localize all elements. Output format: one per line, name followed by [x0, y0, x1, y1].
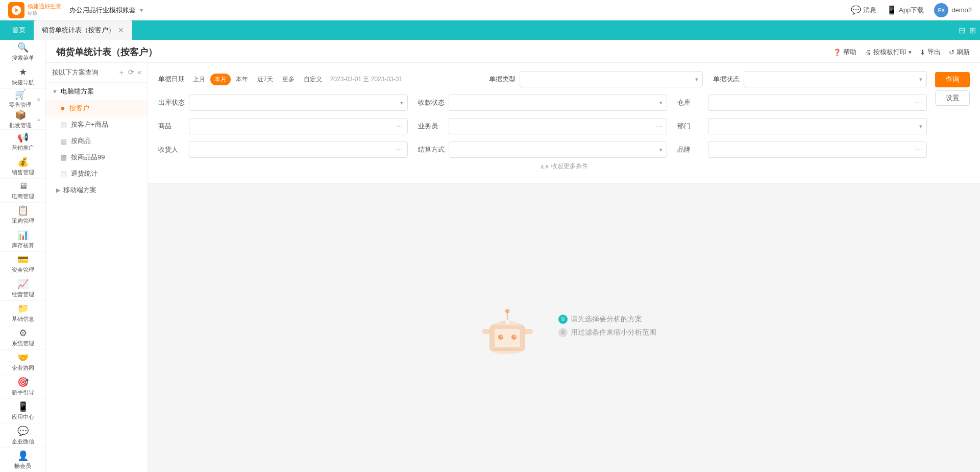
- sidebar-item-retail[interactable]: 🛒 零售管理 ▲: [0, 89, 45, 109]
- date-btn-last-month[interactable]: 上月: [189, 74, 209, 85]
- tab-expand-icon[interactable]: ⊞: [969, 26, 976, 35]
- sidebar-item-enterprise[interactable]: 🤝 企业协同: [0, 350, 45, 374]
- tree-item-customer-product[interactable]: ▤ 按客户+商品: [46, 116, 148, 133]
- product-select[interactable]: ···: [189, 118, 408, 134]
- sidebar-label-marketing: 营销推广: [12, 144, 34, 152]
- sidebar-label-retail: 零售管理: [9, 101, 32, 109]
- tree-group-desktop-header[interactable]: ▼ 电脑端方案: [46, 83, 148, 100]
- date-btn-custom[interactable]: 自定义: [300, 74, 326, 85]
- by-product-icon: ▤: [60, 137, 67, 145]
- app-logo: 畅捷通好生意 标版: [8, 2, 61, 18]
- logo-icon: [8, 2, 24, 18]
- sidebar-item-inventory[interactable]: 📊 库存核算: [0, 227, 45, 252]
- print-template-btn[interactable]: 🖨 按模板打印 ▾: [865, 48, 912, 57]
- collapse-filter-btn[interactable]: ∧∧ 收起更多条件: [158, 158, 970, 175]
- brand-select[interactable]: ···: [708, 141, 927, 158]
- out-status-select[interactable]: ▾: [189, 95, 408, 111]
- wholesale-arrow-icon: ▲: [36, 116, 41, 122]
- sidebar-label-system: 系统管理: [12, 340, 34, 347]
- sidebar-label-newbie: 新手引导: [12, 389, 34, 396]
- finance-icon: 💳: [17, 254, 29, 265]
- sidebar-item-appcenter[interactable]: 📱 应用中心: [0, 399, 45, 423]
- doc-status-select[interactable]: ▾: [744, 71, 927, 87]
- department-select[interactable]: ▾: [708, 118, 927, 134]
- ecommerce-icon: 🖥: [18, 181, 28, 192]
- sidebar-item-finance[interactable]: 💳 资金管理: [0, 252, 45, 276]
- tree-item-by-product99[interactable]: ▤ 按商品品99: [46, 149, 148, 166]
- date-btn-more[interactable]: 更多: [278, 74, 299, 85]
- tree-item-label-customer-product: 按客户+商品: [71, 120, 108, 129]
- payment-select[interactable]: ▾: [449, 141, 668, 158]
- tab-close-icon[interactable]: ✕: [118, 26, 124, 34]
- sidebar-item-sales[interactable]: 💰 销售管理: [0, 154, 45, 179]
- operation-icon: 📈: [17, 278, 29, 290]
- consignee-filter: 收货人 ···: [158, 141, 408, 158]
- tree-item-label-by-product99: 按商品品99: [71, 153, 105, 162]
- svg-point-6: [514, 335, 516, 337]
- message-btn[interactable]: 💬 消息: [851, 5, 876, 15]
- sidebar-item-wholesale[interactable]: 📦 批发管理 ▲: [0, 109, 45, 130]
- doc-type-select[interactable]: ▾: [520, 71, 703, 87]
- tree-group-mobile-header[interactable]: ▶ 移动端方案: [46, 182, 148, 198]
- export-btn[interactable]: ⬇ 导出: [920, 48, 941, 57]
- date-filter: 单据日期 上月 本月 本年 近7天 更多: [158, 74, 479, 85]
- sidebar-item-basic[interactable]: 📁 基础信息: [0, 301, 45, 325]
- settings-button[interactable]: 设置: [935, 90, 970, 106]
- tree-item-by-customer[interactable]: ● 按客户: [46, 100, 148, 116]
- warehouse-select[interactable]: ···: [708, 95, 927, 111]
- export-icon: ⬇: [920, 49, 925, 56]
- doc-type-filter: 单据类型 ▾: [489, 71, 703, 87]
- doc-status-filter: 单据状态 ▾: [713, 71, 927, 87]
- receipt-status-select[interactable]: ▾: [449, 95, 668, 111]
- sidebar-label-enterprise: 企业协同: [12, 364, 34, 372]
- svg-point-4: [511, 335, 517, 340]
- sidebar-item-purchase[interactable]: 📋 采购管理: [0, 203, 45, 227]
- tree-item-label-return-stat: 退货统计: [71, 169, 97, 178]
- industry-dropdown[interactable]: ▾: [140, 7, 143, 14]
- sidebar-item-quick-nav[interactable]: ★ 快捷导航: [0, 64, 45, 89]
- sidebar-label-inventory: 库存核算: [12, 242, 34, 249]
- search-icon: 🔍: [17, 42, 29, 53]
- refresh-scheme-icon[interactable]: ⟳: [128, 68, 134, 77]
- date-btn-this-year[interactable]: 本年: [232, 74, 252, 85]
- download-icon: 📱: [887, 5, 897, 15]
- tree-item-return-stat[interactable]: ▤ 退货统计: [46, 166, 148, 182]
- doc-status-arrow-icon: ▾: [919, 76, 922, 83]
- date-btn-this-month[interactable]: 本月: [210, 74, 231, 85]
- sidebar-item-newbie[interactable]: 🎯 新手引导: [0, 374, 45, 399]
- tree-group-mobile: ▶ 移动端方案: [46, 182, 148, 198]
- salesperson-select[interactable]: ···: [449, 118, 668, 134]
- sidebar-item-marketing[interactable]: 📢 营销推广: [0, 130, 45, 154]
- consignee-select[interactable]: ···: [189, 141, 408, 158]
- add-scheme-icon[interactable]: ＋: [118, 68, 125, 77]
- user-menu[interactable]: Ea demo2: [934, 3, 972, 17]
- app-download-btn[interactable]: 📱 App下载: [887, 5, 924, 15]
- marketing-icon: 📢: [17, 132, 29, 143]
- date-btn-7days[interactable]: 近7天: [253, 74, 277, 85]
- collapse-up-icon: ∧∧: [540, 163, 549, 170]
- sidebar-item-system[interactable]: ⚙ 系统管理: [0, 325, 45, 350]
- tab-minimize-icon[interactable]: ⊟: [959, 26, 965, 35]
- collapse-panel-icon[interactable]: «: [137, 68, 141, 77]
- sidebar-item-search[interactable]: 🔍 搜索菜单: [0, 40, 45, 64]
- sidebar-item-member[interactable]: 👤 畅会员: [0, 448, 45, 472]
- refresh-btn[interactable]: ↺ 刷新: [949, 48, 970, 57]
- filter-row-4: 收货人 ··· 结算方式: [158, 141, 927, 158]
- logo-subtitle: 标版: [28, 10, 61, 17]
- tree-item-by-product[interactable]: ▤ 按商品: [46, 133, 148, 149]
- date-label: 单据日期: [158, 75, 185, 84]
- filter-row-3: 商品 ··· 业务员: [158, 118, 927, 134]
- tab-home[interactable]: 首页: [4, 20, 34, 40]
- query-button[interactable]: 查询: [935, 72, 970, 87]
- print-arrow-icon: ▾: [909, 49, 912, 56]
- help-btn[interactable]: ❓ 帮助: [833, 48, 856, 57]
- page-header: 销货单统计表（按客户） ❓ 帮助 🖨 按模板打印 ▾ ⬇ 导出: [46, 40, 980, 63]
- sidebar-item-ecommerce[interactable]: 🖥 电商管理: [0, 179, 45, 203]
- sidebar-item-operation[interactable]: 📈 经营管理: [0, 276, 45, 301]
- sidebar-label-member: 畅会员: [14, 462, 31, 470]
- sidebar-item-wechat[interactable]: 💬 企业微信: [0, 423, 45, 448]
- svg-rect-9: [482, 329, 491, 334]
- brand-filter: 品牌 ···: [677, 141, 927, 158]
- header-actions: ❓ 帮助 🖨 按模板打印 ▾ ⬇ 导出 ↺ 刷新: [833, 48, 970, 57]
- tab-sales-report[interactable]: 销货单统计表（按客户） ✕: [34, 20, 132, 40]
